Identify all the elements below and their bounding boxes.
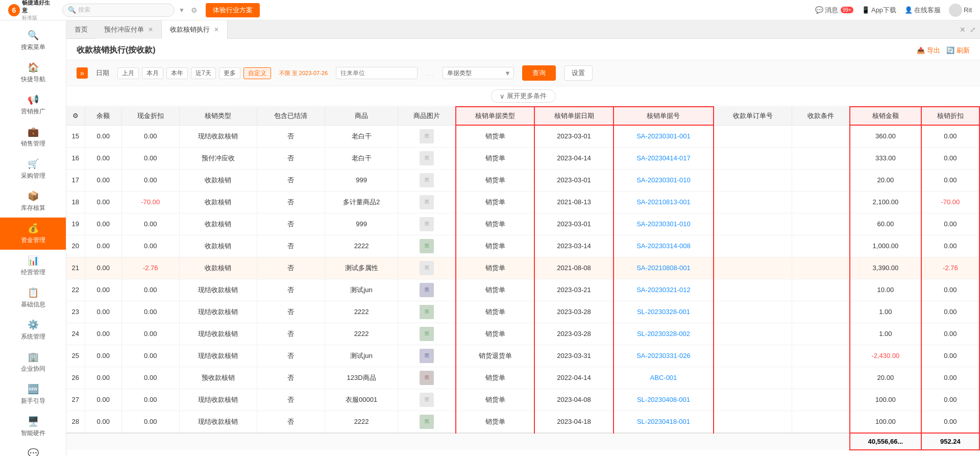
cell-verify-doc-type: 销货单 (456, 301, 534, 323)
cell-verify-doc-no: SA-20210808-001 (614, 257, 714, 279)
cell-goods: 999 (325, 169, 398, 191)
tab-receipt-verify[interactable]: 收款核销执行 ✕ (162, 20, 228, 39)
sidebar-item-finance[interactable]: 💰 资金管理 (0, 218, 66, 250)
basic-info-icon: 📋 (28, 287, 39, 298)
cell-verify-discount: -2.76 (921, 257, 979, 279)
sidebar-item-inventory[interactable]: 📦 库存核算 (0, 185, 66, 218)
cell-balance: 0.00 (85, 235, 121, 257)
date-this-month[interactable]: 本月 (142, 67, 163, 79)
tab-restore-icon[interactable]: ⤢ (970, 26, 976, 34)
sidebar-item-marketing[interactable]: 📢 营销推广 (0, 89, 66, 121)
table-row: 17 0.00 0.00 收款核销 否 999 图 销货单 2023-03-01… (66, 169, 979, 191)
doc-no-link[interactable]: SL-20230328-002 (637, 330, 690, 338)
cell-no: 20 (66, 235, 85, 257)
expand-more-conditions-button[interactable]: ∨ 展开更多条件 (491, 89, 555, 103)
date-custom[interactable]: 自定义 (243, 67, 271, 79)
sidebar-item-system[interactable]: ⚙️ 系统管理 (0, 314, 66, 346)
cell-verify-discount: -70.00 (921, 191, 979, 213)
filter-expand-button[interactable]: » (77, 67, 88, 79)
cell-verify-doc-type: 销货单 (456, 323, 534, 345)
sidebar-item-operations[interactable]: 📊 经营管理 (0, 250, 66, 282)
counterpart-input[interactable] (336, 67, 418, 79)
industry-solution-button[interactable]: 体验行业方案 (206, 3, 260, 17)
search-dropdown-arrow[interactable]: ▼ (179, 7, 185, 14)
tab-close-all-icon[interactable]: ✕ (960, 26, 966, 34)
sidebar-item-search-menu[interactable]: 🔍 搜索菜单 (0, 25, 66, 57)
cell-receipt-order-no (714, 147, 792, 169)
user-profile[interactable]: Rit (949, 4, 972, 17)
cell-goods-img: 图 (398, 235, 456, 257)
system-icon: ⚙️ (28, 319, 39, 330)
refresh-button[interactable]: 🔄 刷新 (946, 46, 970, 55)
doc-no-link[interactable]: SA-20210813-001 (636, 198, 691, 206)
wechat-icon: 💬 (28, 448, 39, 456)
cell-receipt-condition (792, 301, 850, 323)
cell-no: 28 (66, 411, 85, 433)
doc-no-link[interactable]: SL-20230418-001 (637, 418, 690, 425)
tab-close-receipt-verify[interactable]: ✕ (214, 26, 219, 33)
table-row: 15 0.00 0.00 现结收款核销 否 老白干 图 销货单 2023-03-… (66, 125, 979, 147)
app-download-link[interactable]: 📱 App下载 (862, 6, 896, 15)
doc-no-link[interactable]: ABC-001 (650, 374, 677, 381)
sidebar-item-quick-nav[interactable]: 🏠 快捷导航 (0, 57, 66, 89)
doc-type-select[interactable]: 单据类型 (443, 67, 514, 79)
table-row: 19 0.00 0.00 收款核销 否 999 图 销货单 2023-03-01… (66, 213, 979, 235)
doc-no-link[interactable]: SA-20230331-026 (636, 352, 691, 359)
doc-no-link[interactable]: SA-20230414-017 (636, 154, 691, 162)
doc-no-link[interactable]: SA-20230314-008 (636, 242, 691, 250)
cell-verify-doc-no: SL-20230328-001 (614, 301, 714, 323)
tab-home[interactable]: 首页 (66, 20, 96, 39)
search-box[interactable]: 🔍 搜索 (62, 4, 175, 17)
sidebar-item-wechat[interactable]: 💬 企业微信 (0, 443, 66, 456)
sidebar-item-guide[interactable]: 🆕 新手引导 (0, 378, 66, 411)
doc-no-link[interactable]: SA-20230301-010 (636, 220, 691, 228)
cell-goods-img: 图 (398, 125, 456, 147)
sidebar-item-enterprise[interactable]: 🏢 企业协同 (0, 346, 66, 378)
date-last-month[interactable]: 上月 (117, 67, 139, 79)
doc-no-link[interactable]: SA-20210808-001 (636, 264, 691, 272)
date-last-7days[interactable]: 近7天 (191, 67, 216, 79)
cell-receipt-order-no (714, 191, 792, 213)
export-button[interactable]: 📤 导出 (917, 46, 940, 55)
sidebar-item-hardware[interactable]: 🖥️ 智能硬件 (0, 411, 66, 443)
footer-verify-discount: 952.24 (921, 433, 979, 450)
sidebar-item-basic-info[interactable]: 📋 基础信息 (0, 282, 66, 314)
settings-button[interactable]: 设置 (564, 65, 593, 81)
query-button[interactable]: 查询 (522, 65, 556, 81)
cell-verify-doc-type: 销货单 (456, 279, 534, 301)
cell-receipt-order-no (714, 301, 792, 323)
date-more[interactable]: 更多 (219, 67, 240, 79)
cell-cash-discount: 0.00 (121, 389, 179, 411)
doc-no-link[interactable]: SA-20230301-001 (636, 132, 691, 140)
col-settings[interactable]: ⚙ (66, 107, 85, 125)
date-this-year[interactable]: 本年 (166, 67, 188, 79)
doc-no-link[interactable]: SL-20230328-001 (637, 308, 690, 316)
cell-verify-discount: 0.00 (921, 169, 979, 191)
settings-gear-icon[interactable]: ⚙ (191, 6, 198, 14)
doc-no-link[interactable]: SL-20230408-001 (637, 396, 690, 403)
sidebar-item-purchase[interactable]: 🛒 采购管理 (0, 153, 66, 185)
cell-verify-doc-date: 2021-08-13 (534, 191, 613, 213)
cell-verify-amount: 100.00 (850, 411, 921, 433)
sidebar-item-sales[interactable]: 💼 销售管理 (0, 121, 66, 153)
tab-close-prepay[interactable]: ✕ (148, 26, 153, 33)
cell-include-settled: 否 (257, 257, 325, 279)
col-verify-doc-type: 核销单据类型 (456, 107, 534, 125)
col-verify-discount: 核销折扣 (921, 107, 979, 125)
online-service-link[interactable]: 👤 在线客服 (904, 6, 941, 15)
cell-verify-discount: 0.00 (921, 411, 979, 433)
cell-verify-doc-no: SL-20230328-002 (614, 323, 714, 345)
messages-link[interactable]: 💬 消息 99+ (815, 6, 853, 15)
doc-no-link[interactable]: SA-20230321-012 (636, 286, 691, 294)
cell-verify-type: 现结收款核销 (179, 411, 257, 433)
cell-goods: 老白干 (325, 125, 398, 147)
cell-verify-doc-date: 2023-04-18 (534, 411, 613, 433)
cell-verify-amount: 360.00 (850, 125, 921, 147)
cell-goods-img: 图 (398, 389, 456, 411)
cell-verify-doc-date: 2023-03-14 (534, 235, 613, 257)
cell-balance: 0.00 (85, 147, 121, 169)
doc-no-link[interactable]: SA-20230301-010 (636, 176, 691, 184)
cell-no: 22 (66, 279, 85, 301)
tab-prepay[interactable]: 预付冲应付单 ✕ (96, 20, 162, 39)
cell-verify-amount: 3,390.00 (850, 257, 921, 279)
